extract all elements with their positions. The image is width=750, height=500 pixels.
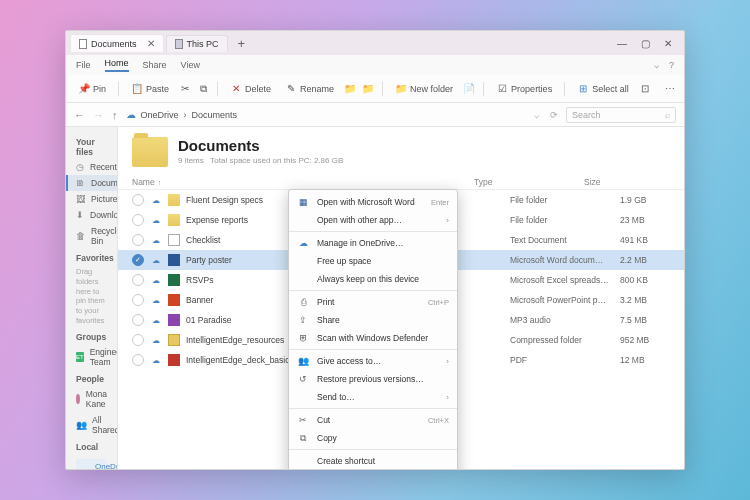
crumb-root[interactable]: OneDrive [141,110,179,120]
select-all-button[interactable]: ⊞Select all [573,81,633,97]
row-checkbox[interactable] [132,214,144,226]
forward-icon[interactable]: → [93,109,104,121]
ctx-manage-onedrive[interactable]: ☁Manage in OneDrive… [289,234,457,252]
chevron-down-icon[interactable]: ⌵ [654,60,659,70]
window-controls: — ▢ ✕ [617,38,680,49]
file-icon [168,254,180,266]
ctx-send-to[interactable]: Send to…› [289,388,457,406]
row-checkbox[interactable] [132,274,144,286]
sidebar-group-groups: Groups [66,328,117,344]
minimize-icon[interactable]: — [617,38,627,49]
pin-button[interactable]: 📌Pin [74,81,110,97]
share-icon: ⇪ [297,314,309,326]
row-checkbox[interactable] [132,334,144,346]
ctx-free-up[interactable]: Free up space [289,252,457,270]
menu-share[interactable]: Share [143,60,167,70]
ctx-shortcut[interactable]: Create shortcut [289,452,457,469]
folder-header: Documents 9 items Total space used on th… [118,127,684,175]
sidebar-item-downloads[interactable]: ⬇Downloads [66,207,117,223]
row-checkbox[interactable] [132,234,144,246]
file-icon [168,194,180,206]
people-icon: 👥 [297,355,309,367]
file-icon [168,314,180,326]
ctx-share[interactable]: ⇪Share [289,311,457,329]
crumb-path[interactable]: Documents [192,110,238,120]
pathbar: ← → ↑ ☁ OneDrive› Documents ⌵ ⟳ Search⌕ [66,103,684,127]
ctx-open-other[interactable]: Open with other app…› [289,211,457,229]
row-checkbox[interactable] [132,354,144,366]
ctx-cut[interactable]: ✂CutCtrl+X [289,411,457,429]
copy-to-icon[interactable]: 📁 [362,83,374,95]
menu-home[interactable]: Home [105,58,129,72]
file-type: Text Document [510,235,620,245]
row-checkbox[interactable] [132,294,144,306]
file-size: 1.9 GB [620,195,670,205]
row-checkbox[interactable] [132,314,144,326]
row-checkbox[interactable]: ✓ [132,254,144,266]
sidebar-item-pictures[interactable]: 🖼Pictures [66,191,117,207]
ctx-always-keep[interactable]: Always keep on this device [289,270,457,288]
breadcrumb[interactable]: ☁ OneDrive› Documents ⌵ ⟳ [126,109,559,120]
properties-button[interactable]: ☑Properties [492,81,556,97]
document-icon: 🗎 [76,178,85,188]
file-icon [168,354,180,366]
column-headers: Name ↑ Type Size [118,175,684,190]
file-size: 12 MB [620,355,670,365]
ctx-scan[interactable]: ⛨Scan with Windows Defender [289,329,457,347]
ctx-copy[interactable]: ⧉Copy [289,429,457,447]
trash-icon: 🗑 [76,231,85,241]
new-folder-button[interactable]: 📁New folder [391,81,457,97]
help-icon[interactable]: ? [669,60,674,70]
file-explorer-window: Documents✕ This PC + — ▢ ✕ File Home Sha… [65,30,685,470]
sidebar-group-favorites: Favorites [66,249,117,265]
sidebar-item-recycle[interactable]: 🗑Recycle Bin [66,223,117,249]
tab-label: This PC [187,39,219,49]
sidebar-item-engteam[interactable]: ETEngineering Team [66,344,117,370]
favorites-hint: Drag folders here to pin them to your fa… [66,265,117,328]
delete-button[interactable]: ✕Delete [226,81,275,97]
search-input[interactable]: Search⌕ [566,107,676,123]
titlebar: Documents✕ This PC + — ▢ ✕ [66,31,684,55]
new-item-icon[interactable]: 📄 [463,83,475,95]
team-icon: ET [76,352,84,362]
menu-view[interactable]: View [181,60,200,70]
sidebar-item-allshared[interactable]: 👥All Shared [66,412,117,438]
sidebar-item-recent[interactable]: ◷Recent [66,159,117,175]
col-size[interactable]: Size [584,177,634,187]
close-icon[interactable]: ✕ [664,38,672,49]
select-none-icon[interactable]: ⊡ [639,83,651,95]
file-size: 3.2 MB [620,295,670,305]
col-type[interactable]: Type [474,177,584,187]
ctx-print[interactable]: ⎙PrintCtrl+P [289,293,457,311]
chevron-down-icon[interactable]: ⌵ [534,110,539,120]
cloud-status-icon: ☁ [150,236,162,245]
move-icon[interactable]: 📁 [344,83,356,95]
sidebar: Your files ◷Recent 🗎Documents 🖼Pictures … [66,127,118,469]
col-name[interactable]: Name ↑ [132,177,282,187]
ctx-give-access[interactable]: 👥Give access to…› [289,352,457,370]
image-icon: 🖼 [76,194,85,204]
menu-file[interactable]: File [76,60,91,70]
close-icon[interactable]: ✕ [147,38,155,49]
file-icon [168,334,180,346]
sidebar-item-mona[interactable]: Mona Kane [66,386,117,412]
ctx-open-word[interactable]: ▦Open with Microsoft WordEnter [289,193,457,211]
new-tab-button[interactable]: + [230,36,254,51]
sidebar-item-documents[interactable]: 🗎Documents [66,175,117,191]
ctx-restore[interactable]: ↺Restore previous versions… [289,370,457,388]
tab-thispc[interactable]: This PC [166,35,228,52]
rename-button[interactable]: ✎Rename [281,81,338,97]
paste-button[interactable]: 📋Paste [127,81,173,97]
row-checkbox[interactable] [132,194,144,206]
refresh-icon[interactable]: ⟳ [550,110,558,120]
copy-icon[interactable]: ⧉ [197,83,209,95]
tab-documents[interactable]: Documents✕ [70,34,164,52]
cut-icon[interactable]: ✂ [179,83,191,95]
onedrive-usage[interactable]: ☁OneDrive usage 96.3 GB used [66,454,117,470]
menubar: File Home Share View ⌵ ? [66,55,684,75]
maximize-icon[interactable]: ▢ [641,38,650,49]
up-icon[interactable]: ↑ [112,109,118,121]
file-type: Compressed folder [510,335,620,345]
back-icon[interactable]: ← [74,109,85,121]
more-icon[interactable]: ⋯ [664,83,676,95]
